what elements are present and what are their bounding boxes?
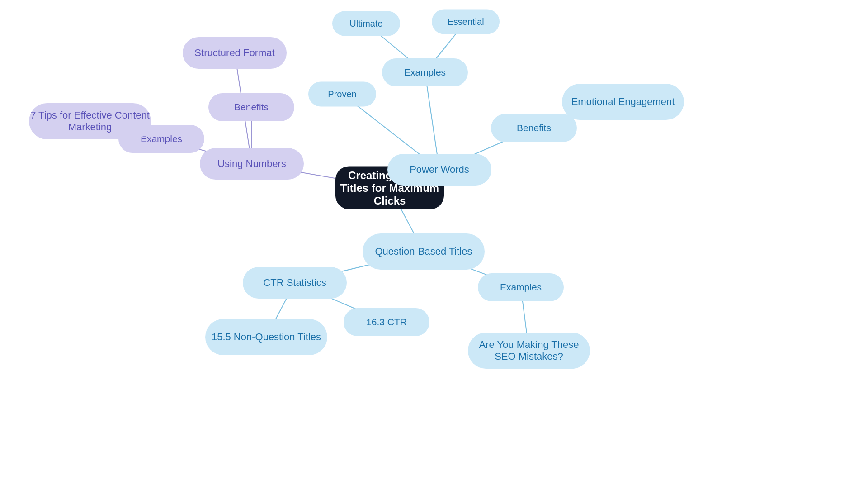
node-16-3-ctr[interactable]: 16.3 CTR (344, 308, 429, 336)
node-ultimate[interactable]: Ultimate (332, 11, 400, 36)
node-examples-blue-top[interactable]: Examples (382, 58, 468, 86)
node-examples-blue-bottom[interactable]: Examples (478, 273, 564, 301)
node-are-you-making[interactable]: Are You Making These SEO Mistakes? (468, 333, 590, 369)
node-seven-tips[interactable]: 7 Tips for Effective Content Marketing (29, 103, 151, 139)
node-emotional-engagement[interactable]: Emotional Engagement (562, 84, 684, 120)
node-benefits-blue[interactable]: Benefits (491, 114, 577, 142)
node-proven[interactable]: Proven (308, 82, 376, 107)
node-ctr-statistics[interactable]: CTR Statistics (243, 267, 347, 299)
node-benefits-purple[interactable]: Benefits (208, 93, 294, 121)
node-power-words[interactable]: Power Words (387, 154, 491, 186)
node-structured-format[interactable]: Structured Format (183, 37, 287, 69)
node-using-numbers[interactable]: Using Numbers (200, 148, 304, 180)
node-question-based[interactable]: Question-Based Titles (363, 233, 485, 270)
node-essential[interactable]: Essential (432, 10, 500, 34)
mind-map-container: Creating Catchy Titles for Maximum Click… (0, 0, 868, 490)
node-15-5-non-question[interactable]: 15.5 Non-Question Titles (205, 319, 327, 355)
